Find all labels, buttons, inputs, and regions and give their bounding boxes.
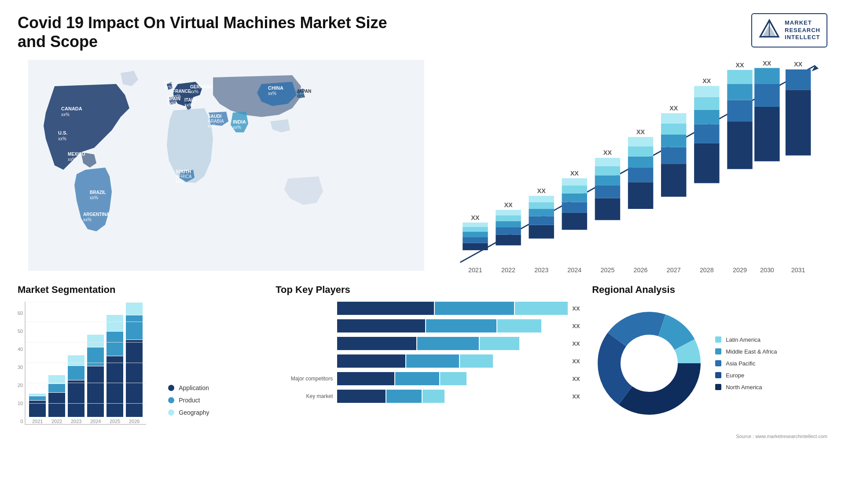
legend-geography: Geography bbox=[168, 409, 209, 416]
reg-dot-middle-east bbox=[715, 348, 721, 354]
svg-text:2028: 2028 bbox=[700, 267, 714, 274]
svg-rect-105 bbox=[786, 90, 811, 156]
svg-rect-68 bbox=[595, 175, 620, 186]
svg-rect-62 bbox=[562, 186, 587, 194]
seg-bar-2026: 2026 bbox=[126, 303, 143, 424]
svg-text:XX: XX bbox=[570, 170, 579, 177]
svg-text:2025: 2025 bbox=[601, 267, 615, 274]
svg-rect-91 bbox=[694, 86, 719, 97]
player-seg-6c bbox=[422, 390, 445, 403]
svg-rect-46 bbox=[496, 227, 521, 235]
svg-rect-88 bbox=[694, 124, 719, 143]
svg-text:XX: XX bbox=[504, 201, 513, 208]
source-text: Source : www.marketresearchintellect.com bbox=[592, 429, 827, 439]
svg-text:xx%: xx% bbox=[61, 112, 70, 117]
svg-rect-39 bbox=[463, 237, 488, 243]
player-bar-6 bbox=[337, 390, 568, 403]
svg-text:JAPAN: JAPAN bbox=[297, 89, 311, 94]
svg-rect-94 bbox=[727, 121, 752, 169]
svg-rect-90 bbox=[694, 97, 719, 110]
seg-legend: Application Product Geography bbox=[168, 384, 209, 425]
reg-legend-latin-america: Latin America bbox=[715, 336, 777, 343]
svg-rect-49 bbox=[496, 210, 521, 215]
svg-text:xx%: xx% bbox=[68, 157, 76, 162]
player-seg-5c bbox=[440, 372, 467, 385]
svg-text:xx%: xx% bbox=[90, 195, 98, 200]
reg-dot-europe bbox=[715, 372, 721, 378]
player-seg-5a bbox=[337, 372, 394, 385]
svg-text:INDIA: INDIA bbox=[233, 119, 246, 124]
svg-text:xx%: xx% bbox=[190, 89, 198, 94]
svg-text:2026: 2026 bbox=[634, 267, 648, 274]
player-bar-4 bbox=[337, 354, 568, 368]
player-value-6: XX bbox=[572, 393, 583, 400]
svg-text:XX: XX bbox=[736, 62, 745, 69]
reg-dot-latin-america bbox=[715, 336, 721, 343]
seg-bar-2024: 2024 bbox=[87, 335, 104, 424]
svg-text:2027: 2027 bbox=[667, 267, 681, 274]
seg-bar-2021: 2021 bbox=[29, 394, 46, 424]
player-label-6: Key market bbox=[276, 393, 333, 399]
svg-text:CANADA: CANADA bbox=[61, 106, 82, 111]
legend-application: Application bbox=[168, 384, 209, 391]
svg-rect-73 bbox=[628, 183, 653, 209]
player-seg-1b bbox=[435, 302, 514, 315]
player-seg-3a bbox=[337, 337, 416, 350]
svg-text:GERMANY: GERMANY bbox=[190, 84, 213, 89]
svg-rect-100 bbox=[754, 107, 779, 161]
svg-text:xx%: xx% bbox=[164, 85, 173, 90]
map-section: CANADA xx% U.S. xx% MEXICO xx% BRAZIL xx… bbox=[18, 60, 435, 271]
svg-text:xx%: xx% bbox=[167, 101, 176, 106]
header: Covid 19 Impact On Virtual Machines Mark… bbox=[18, 13, 827, 51]
svg-text:2022: 2022 bbox=[501, 267, 515, 274]
svg-rect-95 bbox=[727, 100, 752, 122]
svg-rect-59 bbox=[562, 213, 587, 230]
segmentation-title: Market Segmentation bbox=[18, 284, 267, 296]
player-row-3: XX bbox=[276, 337, 583, 350]
player-seg-3b bbox=[417, 337, 479, 350]
top-row: CANADA xx% U.S. xx% MEXICO xx% BRAZIL xx… bbox=[18, 60, 827, 271]
svg-text:AFRICA: AFRICA bbox=[176, 174, 192, 179]
svg-text:2030: 2030 bbox=[760, 267, 774, 274]
player-row-1: XX bbox=[276, 302, 583, 315]
legend-product: Product bbox=[168, 397, 209, 404]
player-row-5: Major competitors XX bbox=[276, 372, 583, 385]
svg-text:XX: XX bbox=[471, 215, 480, 222]
regional-content: Latin America Middle East & Africa Asia … bbox=[592, 306, 827, 420]
seg-chart-wrapper: 60 50 40 30 20 10 0 bbox=[18, 302, 267, 425]
svg-rect-69 bbox=[595, 166, 620, 175]
svg-text:SAUDI: SAUDI bbox=[208, 114, 221, 119]
svg-rect-55 bbox=[529, 202, 554, 209]
seg-y-labels: 60 50 40 30 20 10 0 bbox=[18, 310, 23, 425]
player-seg-4a bbox=[337, 354, 405, 368]
svg-text:SPAIN: SPAIN bbox=[167, 96, 180, 101]
svg-text:2024: 2024 bbox=[567, 267, 581, 274]
seg-bar-2022: 2022 bbox=[48, 375, 65, 424]
player-seg-4c bbox=[460, 354, 493, 368]
player-value-4: XX bbox=[572, 358, 583, 365]
player-bar-3 bbox=[337, 337, 568, 350]
svg-text:XX: XX bbox=[537, 187, 546, 194]
svg-text:xx%: xx% bbox=[58, 136, 66, 141]
svg-rect-80 bbox=[661, 164, 686, 197]
svg-rect-75 bbox=[628, 157, 653, 168]
svg-rect-61 bbox=[562, 194, 587, 202]
player-row-4: XX bbox=[276, 354, 583, 368]
svg-rect-82 bbox=[661, 135, 686, 147]
svg-text:FRANCE: FRANCE bbox=[173, 89, 191, 94]
player-seg-6a bbox=[337, 390, 386, 403]
svg-rect-74 bbox=[628, 168, 653, 182]
bottom-row: Market Segmentation 60 50 40 30 20 10 0 bbox=[18, 284, 827, 439]
segmentation-section: Market Segmentation 60 50 40 30 20 10 0 bbox=[18, 284, 267, 439]
player-seg-2a bbox=[337, 319, 425, 332]
player-seg-4b bbox=[406, 354, 459, 368]
svg-rect-53 bbox=[529, 216, 554, 225]
svg-text:2029: 2029 bbox=[733, 267, 747, 274]
player-seg-5b bbox=[395, 372, 439, 385]
player-value-5: XX bbox=[572, 376, 583, 382]
svg-rect-67 bbox=[595, 186, 620, 198]
svg-text:xx%: xx% bbox=[297, 94, 305, 99]
player-row-2: XX bbox=[276, 319, 583, 332]
player-seg-3c bbox=[480, 337, 519, 350]
players-chart: XX XX XX bbox=[276, 302, 583, 403]
